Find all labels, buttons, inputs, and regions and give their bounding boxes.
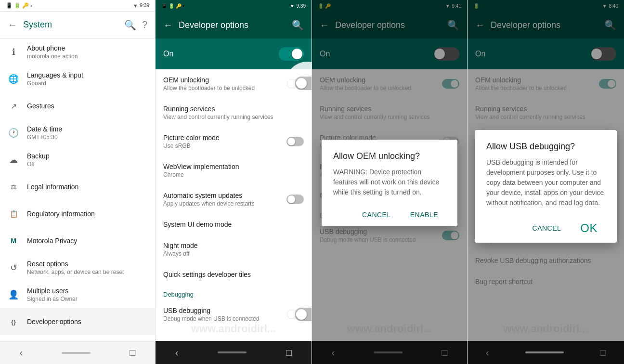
- right2-panel: 🔋 ▼ 8:40 ← Developer options 🔍 On OEM un…: [468, 0, 624, 364]
- dev-item-running-mid[interactable]: Running services View and control curren…: [156, 98, 312, 127]
- sidebar-item-gestures[interactable]: ↗ Gestures: [0, 92, 155, 119]
- dev-item-webview-mid[interactable]: WebView implementation Chrome: [156, 156, 312, 185]
- usb-confirm-btn[interactable]: OK: [572, 218, 605, 239]
- debugging-label-mid: Debugging: [156, 285, 312, 300]
- notif-dot: •: [30, 3, 32, 9]
- legal-icon: ⚖: [8, 181, 19, 193]
- developer-title: Developer options: [27, 318, 147, 325]
- color-sub-mid: Use sRGB: [163, 143, 286, 149]
- languages-icon: 🌐: [8, 73, 19, 85]
- search-icon[interactable]: 🔍: [124, 19, 136, 31]
- reset-title: Reset options: [27, 260, 147, 268]
- notif-icon1: 📱: [6, 2, 13, 9]
- webview-title-mid: WebView implementation: [163, 163, 304, 170]
- oem-cancel-btn[interactable]: Cancel: [354, 207, 399, 222]
- gestures-icon: ↗: [8, 100, 19, 112]
- dev-item-color-mid[interactable]: Picture color mode Use sRGB: [156, 127, 312, 156]
- privacy-icon: M: [8, 235, 19, 247]
- usb-toggle-circle-mid[interactable]: [295, 308, 312, 321]
- oem-dialog-content: WARNING: Device protection features will…: [333, 167, 446, 197]
- status-icons-mid: ▼ 9:39: [290, 3, 306, 9]
- oem-dialog: Allow OEM unlocking? WARNING: Device pro…: [322, 140, 457, 226]
- left-panel: 📱 🔋 🔑 • ▼ 9:39 ← System 🔍 ? ℹ About phon…: [0, 0, 156, 364]
- notif-icon3: 🔑: [22, 2, 29, 9]
- languages-title: Languages & input: [27, 71, 147, 79]
- usb-cancel-btn[interactable]: Cancel: [525, 218, 569, 239]
- dev-on-label-mid: On: [163, 50, 173, 58]
- dev-item-night-mid[interactable]: Night mode Always off: [156, 235, 312, 264]
- quicktiles-title-mid: Quick settings developer tiles: [163, 271, 304, 278]
- sidebar-item-regulatory[interactable]: 📋 Regulatory information: [0, 200, 155, 227]
- developer-icon: {}: [8, 316, 19, 327]
- datetime-icon: 🕐: [8, 127, 19, 139]
- demo-title-mid: System UI demo mode: [163, 221, 304, 228]
- webview-sub-mid: Chrome: [163, 171, 304, 178]
- datetime-title: Date & time: [27, 125, 147, 133]
- oem-confirm-btn[interactable]: Enable: [403, 207, 446, 222]
- help-icon[interactable]: ?: [142, 19, 147, 30]
- wifi-icon: ▼: [133, 3, 138, 9]
- dev-header-mid: On: [156, 39, 312, 69]
- notification-icons: 📱 🔋 🔑 •: [6, 2, 32, 9]
- sidebar-item-reset[interactable]: ↺ Reset options Network, apps, or device…: [0, 254, 155, 281]
- color-toggle-mid[interactable]: [286, 137, 304, 146]
- sidebar-item-about[interactable]: ℹ About phone motorola one action: [0, 39, 155, 65]
- back-icon[interactable]: ←: [8, 19, 17, 30]
- usb-dialog: Allow USB debugging? USB debugging is in…: [475, 130, 617, 243]
- night-title-mid: Night mode: [163, 242, 304, 249]
- back-nav-btn[interactable]: ‹: [20, 347, 23, 358]
- dev-item-quicktiles-mid[interactable]: Quick settings developer tiles: [156, 264, 312, 285]
- home-indicator-mid[interactable]: [218, 351, 247, 353]
- backup-icon: ☁: [8, 154, 19, 166]
- sidebar-item-privacy[interactable]: M Motorola Privacy: [0, 227, 155, 254]
- backup-title: Backup: [27, 152, 147, 160]
- back-icon-mid[interactable]: ←: [163, 20, 173, 31]
- autoupdate-toggle-mid[interactable]: [286, 195, 304, 204]
- backup-subtitle: Off: [27, 161, 147, 168]
- time-display: 9:39: [140, 3, 149, 8]
- dev-list-mid: OEM unlocking Allow the bootloader to be…: [156, 69, 312, 341]
- color-title-mid: Picture color mode: [163, 134, 286, 142]
- oem-toggle-circle-mid[interactable]: [295, 77, 312, 90]
- datetime-subtitle: GMT+05:30: [27, 134, 147, 141]
- search-icon-mid[interactable]: 🔍: [292, 19, 304, 31]
- status-icons: ▼ 9:39: [133, 3, 149, 9]
- recent-nav-mid[interactable]: □: [286, 347, 292, 358]
- about-subtitle: motorola one action: [27, 53, 147, 60]
- home-indicator[interactable]: [62, 352, 91, 354]
- oem-title-mid: OEM unlocking: [163, 76, 286, 84]
- sidebar-item-updates[interactable]: 📱 System updates Updated to Android 9: [0, 335, 155, 341]
- usb-dialog-title: Allow USB debugging?: [486, 142, 605, 152]
- sidebar-item-developer[interactable]: {} Developer options: [0, 308, 155, 335]
- users-subtitle: Signed in as Owner: [27, 296, 147, 302]
- about-title: About phone: [27, 44, 147, 52]
- regulatory-icon: 📋: [8, 208, 19, 220]
- nav-bar-left: ‹ □: [0, 341, 155, 364]
- oem-dialog-actions: Cancel Enable: [333, 207, 446, 222]
- usb-sub-mid: Debug mode when USB is connected: [163, 315, 286, 322]
- mid-panel: 📱 🔋 🔑 • ▼ 9:39 ← Developer options 🔍 On …: [156, 0, 312, 364]
- right1-panel: 🔋 🔑 ▼ 9:41 ← Developer options 🔍 On OEM …: [312, 0, 468, 364]
- sidebar-item-legal[interactable]: ⚖ Legal information: [0, 173, 155, 200]
- app-bar-system: ← System 🔍 ?: [0, 12, 155, 39]
- regulatory-title: Regulatory information: [27, 210, 147, 218]
- wifi-icon-mid: ▼: [290, 3, 295, 9]
- sidebar-list: ℹ About phone motorola one action 🌐 Lang…: [0, 39, 155, 341]
- dev-toggle-mid[interactable]: [279, 47, 304, 61]
- back-nav-mid[interactable]: ‹: [175, 347, 179, 358]
- about-icon: ℹ: [8, 46, 19, 58]
- recent-nav-btn[interactable]: □: [130, 347, 135, 358]
- users-title: Multiple users: [27, 287, 147, 295]
- sidebar-item-languages[interactable]: 🌐 Languages & input Gboard: [0, 65, 155, 92]
- app-bar-mid: ← Developer options 🔍: [156, 12, 312, 39]
- usb-dialog-content: USB debugging is intended for developmen…: [486, 157, 605, 208]
- sidebar-item-datetime[interactable]: 🕐 Date & time GMT+05:30: [0, 119, 155, 146]
- night-sub-mid: Always off: [163, 250, 304, 257]
- status-bar-left: 📱 🔋 🔑 • ▼ 9:39: [0, 0, 155, 12]
- dev-item-autoupdate-mid[interactable]: Automatic system updates Apply updates w…: [156, 185, 312, 214]
- autoupdate-sub-mid: Apply updates when device restarts: [163, 200, 286, 207]
- dev-item-demo-mid[interactable]: System UI demo mode: [156, 214, 312, 235]
- sidebar-item-backup[interactable]: ☁ Backup Off: [0, 146, 155, 173]
- sidebar-item-users[interactable]: 👤 Multiple users Signed in as Owner: [0, 281, 155, 308]
- autoupdate-title-mid: Automatic system updates: [163, 192, 286, 199]
